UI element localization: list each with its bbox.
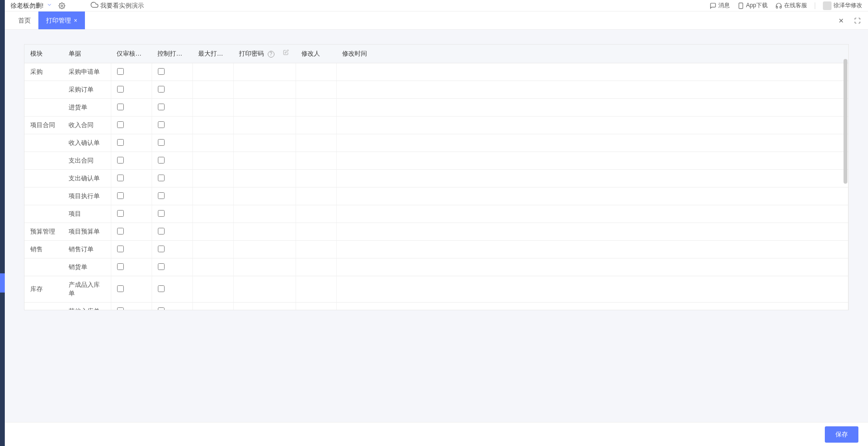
col-print-password: 打印密码 ? [233, 45, 296, 63]
control-print-checkbox[interactable] [158, 175, 165, 181]
app-download-link[interactable]: App下载 [737, 1, 768, 10]
cell-max-print [192, 276, 233, 303]
cell-audit-only [111, 276, 152, 303]
col-document: 单据 [63, 45, 111, 63]
table-row: 项目执行单 [24, 188, 848, 205]
cell-modify-time [336, 303, 848, 310]
cell-module [24, 258, 63, 276]
headset-icon [775, 2, 782, 9]
audit-only-checkbox[interactable] [117, 139, 124, 146]
control-print-checkbox[interactable] [158, 139, 165, 146]
gear-icon[interactable] [56, 0, 68, 12]
top-bar: 徐老板勿删! 我要看实例演示 消息 App下载 [5, 0, 868, 12]
audit-only-checkbox[interactable] [117, 285, 124, 292]
audit-only-checkbox[interactable] [117, 68, 124, 75]
demo-link[interactable]: 我要看实例演示 [91, 1, 144, 10]
online-service-label: 在线客服 [784, 1, 807, 10]
cell-module [24, 81, 63, 99]
audit-only-checkbox[interactable] [117, 246, 124, 252]
cell-modifier [296, 134, 336, 152]
control-print-checkbox[interactable] [158, 157, 165, 164]
cell-control-print [152, 63, 192, 81]
tabs-bar: 首页 打印管理 × [5, 12, 868, 30]
control-print-checkbox[interactable] [158, 210, 165, 217]
cell-audit-only [111, 117, 152, 134]
audit-only-checkbox[interactable] [117, 263, 124, 270]
control-print-checkbox[interactable] [158, 68, 165, 75]
cell-max-print [192, 258, 233, 276]
scrollbar-thumb[interactable] [844, 59, 847, 184]
audit-only-checkbox[interactable] [117, 192, 124, 199]
cell-module: 预算管理 [24, 223, 63, 241]
control-print-checkbox[interactable] [158, 285, 165, 292]
cell-module [24, 152, 63, 170]
audit-only-checkbox[interactable] [117, 121, 124, 128]
audit-only-checkbox[interactable] [117, 210, 124, 217]
cell-control-print [152, 134, 192, 152]
audit-only-checkbox[interactable] [117, 228, 124, 235]
cell-modifier [296, 205, 336, 223]
cell-modifier [296, 63, 336, 81]
audit-only-checkbox[interactable] [117, 175, 124, 181]
user-menu[interactable]: 徐泽华修改 [823, 1, 862, 10]
cell-print-password [233, 205, 296, 223]
cell-document: 项目 [63, 205, 111, 223]
control-print-checkbox[interactable] [158, 192, 165, 199]
cell-print-password [233, 134, 296, 152]
svg-rect-1 [739, 3, 743, 9]
cell-print-password [233, 170, 296, 188]
tab-print-management[interactable]: 打印管理 × [38, 12, 85, 29]
cell-document: 项目预算单 [63, 223, 111, 241]
fullscreen-icon[interactable] [852, 15, 863, 26]
cell-print-password [233, 276, 296, 303]
cell-document: 其他入库单 [63, 303, 111, 310]
cell-audit-only [111, 99, 152, 117]
close-icon[interactable]: × [74, 17, 77, 24]
table-row: 采购订单 [24, 81, 848, 99]
cell-modifier [296, 303, 336, 310]
cell-modify-time [336, 258, 848, 276]
messages-link[interactable]: 消息 [710, 1, 730, 10]
cell-modify-time [336, 63, 848, 81]
control-print-checkbox[interactable] [158, 307, 165, 310]
cell-document: 支出确认单 [63, 170, 111, 188]
cell-control-print [152, 81, 192, 99]
cell-max-print [192, 134, 233, 152]
cell-document: 项目执行单 [63, 188, 111, 205]
cell-modifier [296, 117, 336, 134]
cell-modify-time [336, 188, 848, 205]
phone-icon [737, 2, 744, 9]
cell-print-password [233, 223, 296, 241]
control-print-checkbox[interactable] [158, 104, 165, 110]
table-row: 其他入库单 [24, 303, 848, 310]
help-icon[interactable]: ? [268, 51, 274, 58]
cell-audit-only [111, 303, 152, 310]
audit-only-checkbox[interactable] [117, 86, 124, 93]
print-settings-table: 模块 单据 仅审核后... 控制打印... 最大打印... 打印密码 ? 修改人… [24, 44, 849, 310]
cell-max-print [192, 63, 233, 81]
edit-icon[interactable] [283, 49, 290, 56]
cell-max-print [192, 188, 233, 205]
audit-only-checkbox[interactable] [117, 307, 124, 310]
col-max-print: 最大打印... [192, 45, 233, 63]
scrollbar-track[interactable] [844, 59, 847, 308]
control-print-checkbox[interactable] [158, 86, 165, 93]
control-print-checkbox[interactable] [158, 263, 165, 270]
cell-audit-only [111, 241, 152, 258]
audit-only-checkbox[interactable] [117, 104, 124, 110]
cell-modifier [296, 241, 336, 258]
tab-home[interactable]: 首页 [11, 12, 38, 29]
cell-modifier [296, 99, 336, 117]
tab-print-management-label: 打印管理 [46, 16, 71, 25]
left-sidebar-active-indicator [0, 273, 5, 293]
cell-max-print [192, 81, 233, 99]
close-panel-icon[interactable] [835, 15, 847, 26]
online-service-link[interactable]: 在线客服 [775, 1, 807, 10]
control-print-checkbox[interactable] [158, 228, 165, 235]
control-print-checkbox[interactable] [158, 121, 165, 128]
cell-control-print [152, 241, 192, 258]
control-print-checkbox[interactable] [158, 246, 165, 252]
audit-only-checkbox[interactable] [117, 157, 124, 164]
cell-print-password [233, 258, 296, 276]
company-selector[interactable]: 徐老板勿删! [11, 1, 52, 10]
